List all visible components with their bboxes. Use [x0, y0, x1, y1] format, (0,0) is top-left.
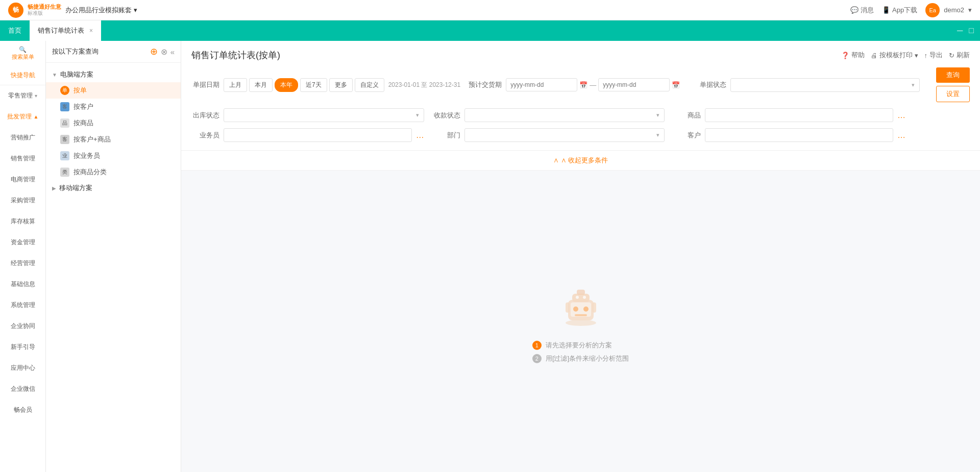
by-cust-prod-icon: 客 [60, 135, 69, 144]
content-area: 按以下方案查询 ⊕ ⊗ « ▼ 电脑端方案 单 按单 [46, 41, 980, 472]
salesperson-field: 业务员 … [191, 128, 424, 142]
date-btn-this-month[interactable]: 本月 [249, 78, 273, 92]
salesperson-label: 业务员 [191, 131, 219, 140]
minimize-icon[interactable]: ─ [955, 24, 965, 37]
tab-close-button[interactable]: × [89, 27, 93, 34]
solution-item-by-category[interactable]: 类 按商品分类 [46, 164, 181, 180]
date-btn-custom[interactable]: 自定义 [355, 78, 384, 92]
filter-section: 销售订单统计表(按单) ❓ 帮助 🖨 按模板打印 ▾ ↑ [181, 41, 980, 150]
sidebar-item-appstore[interactable]: 应用中心 [0, 358, 45, 379]
page-title: 销售订单统计表(按单) [191, 49, 280, 61]
product-input[interactable] [705, 108, 893, 122]
product-label: 商品 [673, 111, 701, 120]
date-btn-more[interactable]: 更多 [329, 78, 353, 92]
date-label: 单据日期 [191, 80, 219, 89]
sidebar-item-inventory[interactable]: 库存核算 [0, 211, 45, 232]
sidebar-item-enterprise[interactable]: 企业协同 [0, 316, 45, 337]
svg-point-4 [583, 306, 589, 312]
refresh-button[interactable]: ↻ 刷新 [949, 51, 970, 60]
sidebar-item-sales[interactable]: 销售管理 [0, 148, 45, 169]
date-separator: — [590, 81, 596, 89]
sidebar-item-marketing[interactable]: 营销推广 [0, 127, 45, 148]
message-button[interactable]: 💬 消息 [850, 6, 874, 15]
product-field: 商品 … [673, 108, 905, 122]
tab-home[interactable]: 首页 [0, 20, 30, 41]
customer-ellipsis-icon[interactable]: … [897, 131, 905, 140]
sidebar-item-wechat[interactable]: 企业微信 [0, 379, 45, 399]
brand-name: 畅捷通好生意 [28, 4, 61, 10]
edit-solution-button[interactable]: ⊗ [161, 47, 167, 57]
sidebar-item-basic[interactable]: 基础信息 [0, 274, 45, 295]
group-pc-arrow-icon: ▼ [52, 72, 57, 78]
svg-point-10 [583, 296, 586, 299]
expected-date-end-input[interactable] [598, 78, 670, 91]
help-icon: ❓ [841, 52, 849, 59]
export-button[interactable]: ↑ 导出 [924, 51, 943, 60]
sidebar-item-finance[interactable]: 资金管理 [0, 232, 45, 253]
account-selector[interactable]: 办公用品行业模拟账套 ▾ [65, 6, 137, 15]
solution-item-by-order[interactable]: 单 按单 [46, 82, 181, 99]
tab-sales-order[interactable]: 销售订单统计表 × [30, 20, 101, 41]
sidebar-item-operations[interactable]: 经营管理 [0, 253, 45, 274]
maximize-icon[interactable]: □ [967, 24, 976, 37]
sidebar-item-wholesale[interactable]: 批发管理 ▲ [0, 106, 45, 127]
settings-button[interactable]: 设置 [936, 86, 970, 102]
tip-1-number: 1 [532, 341, 542, 350]
salesperson-input[interactable] [224, 128, 412, 142]
date-btn-this-year[interactable]: 本年 [275, 78, 298, 92]
collapse-solution-button[interactable]: « [170, 48, 175, 56]
product-ellipsis-icon[interactable]: … [897, 111, 905, 120]
calendar-start-icon[interactable]: 📅 [579, 81, 587, 89]
print-chevron-icon: ▾ [915, 52, 918, 59]
solution-group-mobile-header[interactable]: ▶ 移动端方案 [46, 180, 181, 196]
solution-item-by-salesperson[interactable]: 业 按业务员 [46, 148, 181, 164]
add-solution-button[interactable]: ⊕ [150, 46, 158, 57]
sidebar-item-ecommerce[interactable]: 电商管理 [0, 169, 45, 190]
user-chevron-icon: ▾ [968, 6, 972, 14]
by-order-icon: 单 [60, 86, 69, 95]
sidebar-item-purchase[interactable]: 采购管理 [0, 190, 45, 211]
empty-state: 1 请先选择要分析的方案 2 用[过滤]条件来缩小分析范围 [181, 171, 980, 472]
print-button[interactable]: 🖨 按模板打印 ▾ [871, 51, 918, 60]
solution-group-pc-header[interactable]: ▼ 电脑端方案 [46, 67, 181, 82]
expected-date-start-input[interactable] [506, 78, 577, 91]
user-profile[interactable]: Ea demo2 ▾ [925, 3, 972, 17]
doc-status-select-wrap: ▾ [730, 78, 920, 92]
chevron-down-icon: ▾ [134, 6, 137, 14]
solution-item-by-cust-prod[interactable]: 客 按客户+商品 [46, 131, 181, 148]
help-button[interactable]: ❓ 帮助 [841, 51, 865, 60]
delivery-status-select-wrap: ▾ [224, 108, 424, 122]
department-select[interactable] [464, 128, 665, 142]
collapse-bar[interactable]: ∧ ∧ 收起更多条件 [181, 150, 980, 171]
doc-status-select[interactable] [730, 78, 920, 92]
solution-item-by-product[interactable]: 品 按商品 [46, 115, 181, 131]
delivery-status-select[interactable] [224, 108, 424, 122]
svg-rect-8 [572, 294, 590, 302]
by-category-icon: 类 [60, 168, 69, 177]
topbar-right: 💬 消息 📱 App下载 Ea demo2 ▾ [850, 3, 972, 17]
date-btn-7days[interactable]: 近7天 [300, 78, 327, 92]
sidebar-item-newbie[interactable]: 新手引导 [0, 337, 45, 358]
calendar-end-icon[interactable]: 📅 [672, 81, 680, 89]
payment-status-select[interactable] [464, 108, 665, 122]
sidebar-item-retail[interactable]: 零售管理 ▾ [0, 85, 45, 106]
query-button[interactable]: 查询 [936, 67, 970, 83]
tip-2-text: 用[过滤]条件来缩小分析范围 [546, 354, 629, 363]
filter-row-3: 业务员 … 部门 ▾ 客户 [191, 128, 970, 142]
svg-point-9 [576, 296, 579, 299]
sidebar-item-member[interactable]: 畅会员 [0, 399, 45, 420]
empty-tips: 1 请先选择要分析的方案 2 用[过滤]条件来缩小分析范围 [532, 341, 629, 363]
topbar-left: 畅 畅捷通好生意 标准版 办公用品行业模拟账套 ▾ [8, 3, 137, 18]
sidebar-item-system[interactable]: 系统管理 [0, 295, 45, 316]
customer-input[interactable] [705, 128, 893, 142]
retail-expand-icon: ▾ [35, 93, 37, 99]
sidebar-item-quick-nav[interactable]: 快捷导航 [0, 66, 45, 85]
collapse-icon: ∧ [553, 156, 559, 164]
sidebar-search[interactable]: 🔍 搜索菜单 [0, 41, 45, 66]
salesperson-ellipsis-icon[interactable]: … [416, 131, 424, 140]
empty-tip-1: 1 请先选择要分析的方案 [532, 341, 629, 350]
app-download-button[interactable]: 📱 App下载 [882, 6, 917, 15]
search-icon: 🔍 [19, 46, 27, 53]
solution-item-by-customer[interactable]: 客 按客户 [46, 99, 181, 115]
date-btn-last-month[interactable]: 上月 [224, 78, 247, 92]
